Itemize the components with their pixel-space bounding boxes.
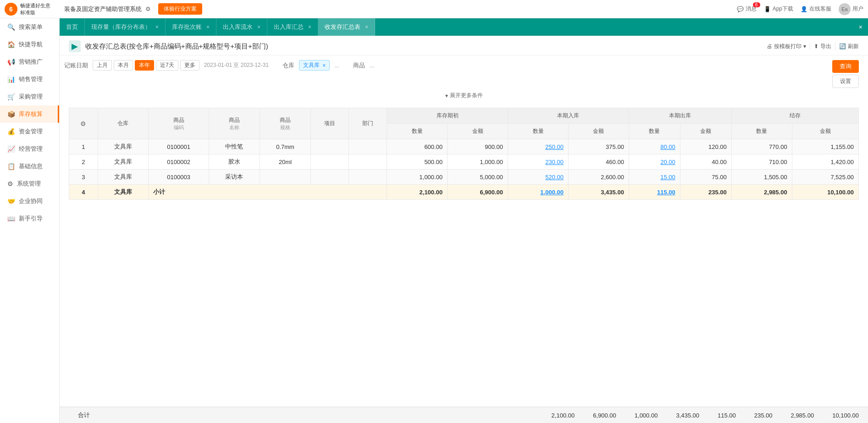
sidebar-item-guide[interactable]: 📖 新手引导 <box>0 210 59 227</box>
export-btn[interactable]: ⬆ 导出 <box>810 43 831 50</box>
sidebar-item-base-info[interactable]: 📋 基础信息 <box>0 158 59 175</box>
tab-close-all[interactable]: × <box>853 23 868 31</box>
cell-code-2: 0100002 <box>149 154 209 170</box>
sidebar-label-system: 系统管理 <box>17 180 41 188</box>
tab-in-out-summary-label: 出入库汇总 <box>274 23 304 31</box>
message-badge: 6 <box>753 2 760 7</box>
gear-icon[interactable]: ⚙ <box>145 5 151 12</box>
cell-in-qty-3[interactable]: 520.00 <box>508 170 569 185</box>
sidebar-label-inventory: 库存核算 <box>19 110 43 118</box>
cell-out-amt-2: 40.00 <box>680 154 731 170</box>
date-btn-this-year[interactable]: 本年 <box>135 60 154 71</box>
cell-spec-3 <box>260 170 311 185</box>
home-icon: 🏠 <box>7 41 15 48</box>
cell-open-qty-2: 500.00 <box>387 154 448 170</box>
sidebar-item-search[interactable]: 🔍 搜索菜单 <box>0 18 59 36</box>
th-goods-name: 商品名称 <box>209 108 260 139</box>
logo-icon: 6 <box>5 3 17 16</box>
sidebar-item-operations[interactable]: 📈 经营管理 <box>0 140 59 158</box>
subtotal-num: 4 <box>69 185 98 200</box>
filter-lines: 记账日期 上月 本月 本年 近7天 更多 2023-01-01 至 2023-1… <box>64 60 824 71</box>
th-balance-qty: 数量 <box>731 124 792 139</box>
cell-name-3: 采访本 <box>209 170 260 185</box>
export-icon: ⬆ <box>814 43 818 49</box>
sidebar-item-enterprise[interactable]: 🤝 企业协同 <box>0 192 59 210</box>
sidebar-item-marketing[interactable]: 📢 营销推广 <box>0 53 59 71</box>
collapse-arrow-btn[interactable]: ▶ <box>69 40 81 52</box>
warehouse-filter-tag[interactable]: 文具库 × <box>299 60 330 71</box>
cell-out-qty-1[interactable]: 80.00 <box>629 139 680 154</box>
subtotal-out-qty[interactable]: 115.00 <box>629 185 680 200</box>
date-btn-this-month[interactable]: 本月 <box>114 60 133 71</box>
top-header: 6 畅捷通好生意 标准版 装备及固定资产辅助管理系统 ⚙ 体验行业方案 💬 消息… <box>0 0 868 18</box>
tab-recv-send-summary[interactable]: 收发存汇总表 × <box>318 18 375 36</box>
sidebar-label-purchase: 采购管理 <box>19 93 43 101</box>
date-btn-last-month[interactable]: 上月 <box>93 60 112 71</box>
cell-out-amt-3: 75.00 <box>680 170 731 185</box>
tab-batch-ledger-close[interactable]: × <box>206 24 210 30</box>
cell-in-amt-1: 375.00 <box>568 139 629 154</box>
cell-in-amt-3: 2,600.00 <box>568 170 629 185</box>
print-btn[interactable]: 🖨 按模板打印 ▾ <box>767 43 806 50</box>
cell-code-1: 0100001 <box>149 139 209 154</box>
goods-more-btn[interactable]: ... <box>370 62 375 69</box>
th-outbound-qty: 数量 <box>629 124 680 139</box>
print-dropdown-icon: ▾ <box>803 43 806 49</box>
tab-in-out-summary-close[interactable]: × <box>308 24 311 30</box>
sidebar-item-system[interactable]: ⚙ 系统管理 <box>0 175 59 192</box>
app-download-label: App下载 <box>773 5 793 13</box>
tab-inventory-dist-close[interactable]: × <box>155 24 159 30</box>
sidebar-item-finance[interactable]: 💰 资金管理 <box>0 123 59 140</box>
tab-in-out-summary[interactable]: 出入库汇总 × <box>267 18 318 36</box>
tab-inventory-dist-label: 现存量（库存分布表） <box>91 23 151 31</box>
subtotal-in-qty[interactable]: 1,000.00 <box>508 185 569 200</box>
sidebar-label-marketing: 营销推广 <box>19 58 43 66</box>
th-inbound-amount: 金额 <box>568 124 629 139</box>
search-icon: 🔍 <box>7 23 15 31</box>
tab-in-out-flow-label: 出入库流水 <box>223 23 253 31</box>
tab-in-out-flow-close[interactable]: × <box>257 24 260 30</box>
settings-filter-btn[interactable]: 设置 <box>832 75 859 88</box>
total-bal-qty: 2,985.00 <box>791 412 814 419</box>
tab-inventory-dist[interactable]: 现存量（库存分布表） × <box>85 18 166 36</box>
cell-open-amt-1: 900.00 <box>448 139 508 154</box>
sidebar-item-sales[interactable]: 📊 销售管理 <box>0 71 59 88</box>
table-settings-icon[interactable]: ⚙ <box>80 120 86 127</box>
th-group-outbound: 本期出库 <box>629 108 731 124</box>
th-outbound-amount: 金额 <box>680 124 731 139</box>
warehouse-tag-close[interactable]: × <box>322 62 326 69</box>
warehouse-more-btn[interactable]: ... <box>334 62 339 69</box>
cell-num-2: 2 <box>69 154 98 170</box>
th-settings[interactable]: ⚙ <box>69 108 98 139</box>
cell-bal-qty-2: 710.00 <box>731 154 792 170</box>
refresh-btn[interactable]: 🔄 刷新 <box>835 43 859 50</box>
finance-icon: 💰 <box>7 128 15 135</box>
cell-dept-2 <box>349 154 387 170</box>
cell-in-qty-1[interactable]: 250.00 <box>508 139 569 154</box>
guide-icon: 📖 <box>7 215 15 222</box>
industry-btn[interactable]: 体验行业方案 <box>158 3 202 15</box>
filters-section: 记账日期 上月 本月 本年 近7天 更多 2023-01-01 至 2023-1… <box>60 55 868 103</box>
tab-recv-send-summary-close[interactable]: × <box>365 24 368 30</box>
tab-home[interactable]: 首页 <box>60 18 85 36</box>
date-btn-7days[interactable]: 近7天 <box>156 60 178 71</box>
sidebar-item-quick-nav[interactable]: 🏠 快捷导航 <box>0 36 59 53</box>
tab-in-out-flow[interactable]: 出入库流水 × <box>216 18 267 36</box>
total-in-amt: 3,435.00 <box>676 412 699 419</box>
expand-conditions-btn[interactable]: ▾ 展开更多条件 <box>445 92 483 99</box>
sidebar-item-inventory[interactable]: 📦 库存核算 <box>0 105 59 123</box>
subtotal-out-amt: 235.00 <box>680 185 731 200</box>
sidebar-item-purchase[interactable]: 🛒 采购管理 <box>0 88 59 105</box>
cell-out-qty-3[interactable]: 15.00 <box>629 170 680 185</box>
date-btn-more[interactable]: 更多 <box>180 60 199 71</box>
cell-project-1 <box>311 139 349 154</box>
app-download-item[interactable]: 📱 App下载 <box>764 5 793 13</box>
message-item[interactable]: 💬 消息 6 <box>737 5 757 13</box>
online-service-item[interactable]: 👤 在线客服 <box>801 5 831 13</box>
cell-out-qty-2[interactable]: 20.00 <box>629 154 680 170</box>
query-btn[interactable]: 查询 <box>832 60 859 73</box>
tab-batch-ledger[interactable]: 库存批次账 × <box>166 18 216 36</box>
user-item[interactable]: Ea 用户 <box>839 3 863 15</box>
cell-in-qty-2[interactable]: 230.00 <box>508 154 569 170</box>
sidebar-label-enterprise: 企业协同 <box>19 197 43 205</box>
